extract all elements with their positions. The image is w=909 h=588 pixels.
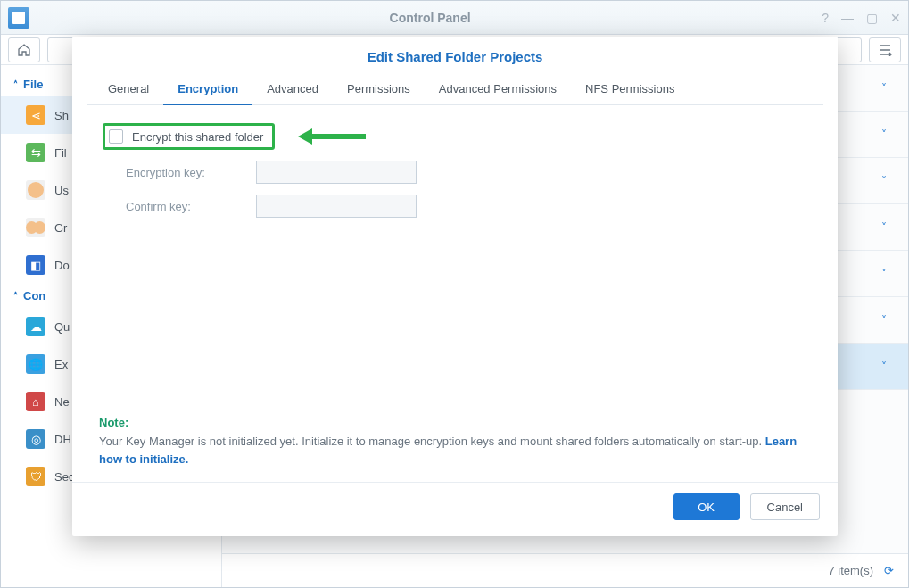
arrow-annotation <box>296 126 368 147</box>
user-icon <box>26 180 45 200</box>
chevron-down-icon: ˅ <box>881 221 887 234</box>
note-text: Your Key Manager is not initialized yet.… <box>99 435 762 448</box>
confirm-key-label: Confirm key: <box>126 200 242 213</box>
encryption-key-label: Encryption key: <box>126 166 242 179</box>
chevron-up-icon: ˄ <box>13 291 18 301</box>
share-icon: ⋖ <box>26 105 45 125</box>
close-icon[interactable]: ✕ <box>890 11 901 25</box>
highlight-box: Encrypt this shared folder <box>103 123 275 150</box>
maximize-icon[interactable]: ▢ <box>866 11 878 25</box>
app-icon <box>8 7 29 29</box>
chevron-down-icon: ˅ <box>881 128 887 141</box>
encryption-key-input[interactable] <box>256 161 417 184</box>
minimize-icon[interactable]: — <box>841 11 854 25</box>
chevron-down-icon: ˅ <box>881 314 887 327</box>
globe-icon: 🌐 <box>26 354 45 374</box>
shield-icon: 🛡 <box>26 467 45 486</box>
refresh-icon[interactable]: ⟳ <box>884 564 894 577</box>
file-icon: ⇆ <box>26 143 45 162</box>
dialog-title: Edit Shared Folder Projects <box>72 37 838 75</box>
encrypt-label: Encrypt this shared folder <box>132 130 263 144</box>
chevron-down-icon: ˅ <box>881 268 887 280</box>
cancel-button[interactable]: Cancel <box>750 493 820 520</box>
control-panel-window: Control Panel ? — ▢ ✕ ˄ File ⋖ Sh <box>0 0 909 588</box>
tab-general[interactable]: General <box>94 75 163 104</box>
status-bar: 7 item(s) ⟳ <box>222 553 908 587</box>
tab-permissions[interactable]: Permissions <box>333 75 425 104</box>
help-icon[interactable]: ? <box>822 11 829 25</box>
sort-icon <box>878 44 892 56</box>
home-icon <box>17 43 31 57</box>
tab-encryption[interactable]: Encryption <box>163 75 252 104</box>
encryption-form: Encrypt this shared folder Encryption ke… <box>72 105 838 482</box>
sort-button[interactable] <box>869 37 901 62</box>
confirm-key-input[interactable] <box>256 195 417 218</box>
ok-button[interactable]: OK <box>673 493 740 520</box>
dhcp-icon: ◎ <box>26 429 45 449</box>
tab-advanced[interactable]: Advanced <box>252 75 333 104</box>
encrypt-checkbox[interactable] <box>109 129 123 144</box>
note-block: Note: Your Key Manager is not initialize… <box>99 414 811 468</box>
tab-nfs-permissions[interactable]: NFS Permissions <box>571 75 689 104</box>
item-count: 7 item(s) <box>828 564 873 577</box>
titlebar: Control Panel ? — ▢ ✕ <box>1 1 908 35</box>
domain-icon: ◧ <box>26 255 45 275</box>
note-title: Note: <box>99 414 811 432</box>
chevron-down-icon: ˅ <box>881 175 887 187</box>
window-title: Control Panel <box>38 11 822 25</box>
home-button[interactable] <box>8 37 40 62</box>
network-icon: ⌂ <box>26 392 45 411</box>
chevron-down-icon: ˅ <box>881 82 887 95</box>
cloud-icon: ☁ <box>26 317 45 336</box>
edit-shared-folder-dialog: Edit Shared Folder Projects General Encr… <box>72 37 838 536</box>
chevron-down-icon: ˅ <box>881 360 887 373</box>
dialog-footer: OK Cancel <box>72 482 838 536</box>
tab-bar: General Encryption Advanced Permissions … <box>87 75 823 105</box>
tab-advanced-permissions[interactable]: Advanced Permissions <box>425 75 571 104</box>
chevron-up-icon: ˄ <box>13 79 18 89</box>
group-icon <box>26 218 45 237</box>
